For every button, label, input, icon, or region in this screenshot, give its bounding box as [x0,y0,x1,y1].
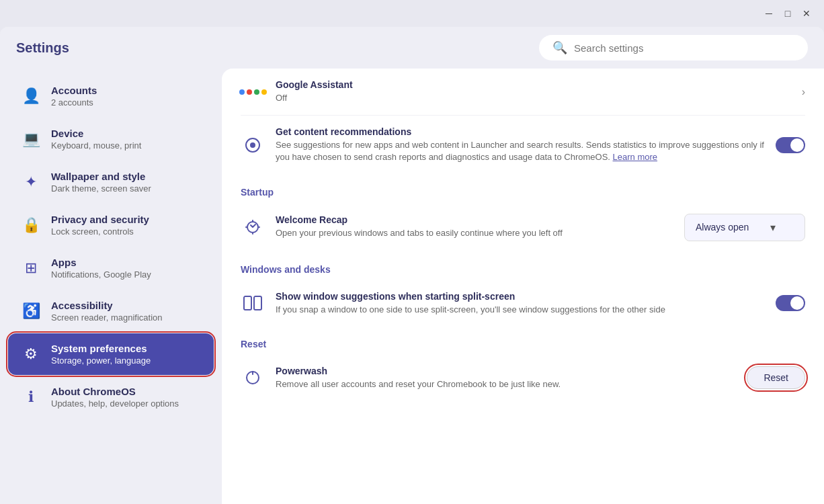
reset-section: Reset Powerwash Remove all user accounts… [222,327,824,401]
sidebar-item-title: Device [51,128,141,139]
sidebar-item-title: Privacy and security [51,214,149,225]
maximize-button[interactable]: □ [778,4,797,23]
sidebar-item-accessibility[interactable]: ♿ Accessibility Screen reader, magnifica… [8,290,214,332]
sidebar-item-title: Wallpaper and style [51,171,151,182]
svg-point-1 [250,142,255,148]
learn-more-link[interactable]: Learn more [613,152,657,162]
sidebar-item-title: System preferences [51,343,151,354]
accounts-icon: 👤 [22,87,40,105]
content-rec-toggle[interactable] [776,137,805,153]
sidebar-item-about[interactable]: ℹ About ChromeOS Updates, help, develope… [8,376,214,418]
body: 👤 Accounts 2 accounts 💻 Device Keyboard,… [0,69,824,504]
powerwash-subtitle: Remove all user accounts and reset your … [276,378,736,390]
sidebar-item-subtitle: 2 accounts [51,97,97,108]
welcome-recap-subtitle: Open your previous windows and tabs to e… [276,227,673,239]
sidebar-item-subtitle: Updates, help, developer options [51,398,179,409]
google-assistant-control[interactable]: › [802,86,805,98]
welcome-recap-title: Welcome Recap [276,214,673,225]
always-open-dropdown[interactable]: Always open ▾ [684,214,805,241]
windows-desks-header: Windows and desks [241,252,805,280]
about-icon: ℹ [22,388,40,406]
sidebar-item-subtitle: Lock screen, controls [51,226,149,237]
search-icon: 🔍 [552,40,567,55]
sidebar-item-apps[interactable]: ⊞ Apps Notifications, Google Play [8,247,214,289]
startup-section: Startup Welcome Recap Open your previous… [222,175,824,252]
sidebar-item-device[interactable]: 💻 Device Keyboard, mouse, print [8,118,214,160]
minimize-button[interactable]: ─ [759,4,778,23]
dropdown-arrow-icon: ▾ [770,221,776,234]
sidebar-item-title: Apps [51,257,151,268]
content-rec-icon [241,133,265,157]
page-title: Settings [16,40,69,56]
search-bar[interactable]: 🔍 [539,35,808,60]
sidebar-item-title: About ChromeOS [51,386,179,397]
system-icon: ⚙ [22,345,40,363]
app-container: Settings 🔍 👤 Accounts 2 accounts 💻 Devic… [0,27,824,504]
titlebar: ─ □ ✕ [0,0,824,27]
close-button[interactable]: ✕ [797,4,816,23]
accessibility-icon: ♿ [22,302,40,320]
sidebar-item-subtitle: Storage, power, language [51,355,151,366]
windows-desks-section: Windows and desks Show window suggestion… [222,252,824,327]
powerwash-icon [241,366,265,390]
sidebar-item-title: Accessibility [51,300,162,311]
toggle-on-icon[interactable] [776,137,805,153]
toggle-split-icon[interactable] [776,295,805,311]
sidebar-item-title: Accounts [51,85,97,96]
reset-header: Reset [241,327,805,355]
powerwash-title: Powerwash [276,366,736,376]
content-rec-description: See suggestions for new apps and web con… [276,139,765,163]
sidebar-item-subtitle: Screen reader, magnification [51,312,162,323]
apps-icon: ⊞ [22,259,40,277]
main-content: Google Assistant Off › [222,69,824,504]
dropdown-value: Always open [696,222,749,233]
svg-rect-2 [244,296,251,310]
startup-header: Startup [241,175,805,203]
reset-button[interactable]: Reset [747,366,805,389]
sidebar-item-subtitle: Dark theme, screen saver [51,183,151,194]
split-screen-toggle[interactable] [776,295,805,311]
sidebar-item-subtitle: Notifications, Google Play [51,269,151,280]
google-assistant-title: Google Assistant [276,79,791,90]
wallpaper-icon: ✦ [22,173,40,191]
powerwash-row: Powerwash Remove all user accounts and r… [241,355,805,401]
google-assistant-icon [241,80,265,104]
privacy-icon: 🔒 [22,216,40,234]
google-assistant-row: Google Assistant Off › [241,69,805,116]
sidebar-item-accounts[interactable]: 👤 Accounts 2 accounts [8,75,214,117]
split-screen-row: Show window suggestions when starting sp… [241,280,805,327]
welcome-recap-dropdown[interactable]: Always open ▾ [684,214,805,241]
chevron-right-icon: › [802,86,805,97]
reset-button-container: Reset [747,366,805,389]
top-section: Google Assistant Off › [222,69,824,175]
welcome-recap-icon [241,215,265,239]
split-screen-title: Show window suggestions when starting sp… [276,291,765,302]
device-icon: 💻 [22,130,40,148]
google-assistant-subtitle: Off [276,92,791,104]
sidebar: 👤 Accounts 2 accounts 💻 Device Keyboard,… [0,69,222,504]
header: Settings 🔍 [0,27,824,69]
sidebar-item-wallpaper[interactable]: ✦ Wallpaper and style Dark theme, screen… [8,161,214,203]
sidebar-item-subtitle: Keyboard, mouse, print [51,140,141,151]
welcome-recap-row: Welcome Recap Open your previous windows… [241,203,805,252]
sidebar-item-system[interactable]: ⚙ System preferences Storage, power, lan… [8,333,214,375]
content-recommendations-row: Get content recommendations See suggesti… [241,116,805,174]
content-rec-title: Get content recommendations [276,126,765,137]
search-input[interactable] [574,42,794,54]
split-screen-subtitle: If you snap a window to one side to use … [276,304,765,316]
split-screen-icon [241,291,265,315]
sidebar-item-privacy[interactable]: 🔒 Privacy and security Lock screen, cont… [8,204,214,246]
svg-rect-3 [254,296,261,310]
